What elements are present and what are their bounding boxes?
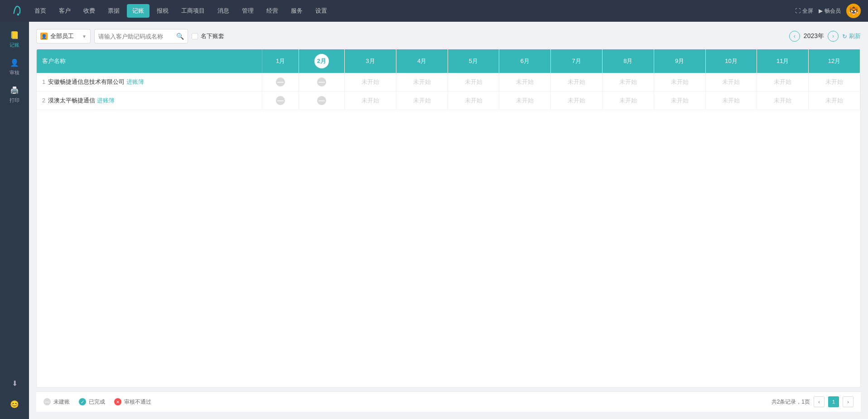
search-input[interactable] bbox=[98, 33, 174, 40]
month-cell-4: 未开始 bbox=[396, 92, 448, 110]
year-prev-button[interactable]: ‹ bbox=[789, 31, 800, 42]
status-not-started: 未开始 bbox=[671, 97, 689, 104]
th-month-10: 10月 bbox=[705, 49, 757, 73]
year-nav: ‹ 2023年 › bbox=[789, 31, 839, 42]
nav-home[interactable]: 首页 bbox=[29, 4, 52, 18]
month-cell-2: — bbox=[299, 73, 344, 92]
nav-message[interactable]: 消息 bbox=[212, 4, 235, 18]
legend-green-icon: ✓ bbox=[79, 398, 86, 405]
row-index: 2 bbox=[42, 97, 45, 104]
review-icon: 👤 bbox=[10, 58, 19, 67]
status-not-started: 未开始 bbox=[516, 97, 534, 104]
refresh-icon: ↻ bbox=[842, 33, 847, 40]
vip-icon: ▶ bbox=[819, 8, 823, 14]
legend-rejected: ✕ 审核不通过 bbox=[114, 398, 151, 406]
fullscreen-label: 全屏 bbox=[802, 7, 813, 15]
pagination: 共2条记录，1页 ‹ 1 › bbox=[772, 396, 854, 407]
table-header-row: 客户名称 1月 2月 3月 4月 5月 6月 7月 8月 9月 10月 11月 … bbox=[37, 49, 860, 73]
next-page-button[interactable]: › bbox=[843, 396, 854, 407]
sidebar-item-print[interactable]: 🖨️ 打印 bbox=[0, 81, 29, 108]
enter-ledger-link[interactable]: 进账簿 bbox=[97, 97, 115, 104]
status-not-started: 未开始 bbox=[568, 78, 585, 85]
status-not-started: 未开始 bbox=[362, 78, 379, 85]
nav-customer[interactable]: 客户 bbox=[53, 4, 76, 18]
nav-industry[interactable]: 工商项目 bbox=[176, 4, 210, 18]
employee-select[interactable]: 👤 全部员工 ▼ bbox=[36, 29, 91, 43]
vip-button[interactable]: ▶ 畅会员 bbox=[819, 7, 841, 15]
status-dash-icon: — bbox=[276, 96, 285, 105]
status-not-started: 未开始 bbox=[671, 78, 689, 85]
current-page-button[interactable]: 1 bbox=[828, 396, 839, 407]
client-cell: 1安徽畅捷通信息技术有限公司 进账簿 bbox=[37, 73, 262, 92]
legend-rejected-label: 审核不通过 bbox=[124, 398, 151, 406]
sidebar-print-label: 打印 bbox=[10, 97, 19, 104]
sidebar-bottom: ⬇ 😊 bbox=[6, 374, 23, 419]
download-icon: ⬇ bbox=[10, 378, 19, 388]
status-not-started: 未开始 bbox=[413, 97, 431, 104]
month-cell-1: — bbox=[262, 73, 299, 92]
table-body: 1安徽畅捷通信息技术有限公司 进账簿——未开始未开始未开始未开始未开始未开始未开… bbox=[37, 73, 860, 110]
vip-label: 畅会员 bbox=[825, 7, 841, 15]
content-area: 👤 全部员工 ▼ 🔍 名下账套 ‹ 2023年 › ↻ 刷新 bbox=[29, 22, 868, 419]
month-cell-2: — bbox=[299, 92, 344, 110]
legend-completed: ✓ 已完成 bbox=[79, 398, 105, 406]
status-not-started: 未开始 bbox=[722, 78, 740, 85]
nav-fee[interactable]: 收费 bbox=[78, 4, 101, 18]
legend-not-started-label: 未建账 bbox=[53, 398, 70, 406]
year-next-button[interactable]: › bbox=[828, 31, 839, 42]
month-cell-12: 未开始 bbox=[809, 92, 860, 110]
status-not-started: 未开始 bbox=[722, 97, 740, 104]
footer: — 未建账 ✓ 已完成 ✕ 审核不通过 共2条记录，1页 ‹ 1 › bbox=[36, 391, 861, 412]
month-cell-1: — bbox=[262, 92, 299, 110]
top-nav: 首页 客户 收费 票据 记账 报税 工商项目 消息 管理 经营 服务 设置 ⛶ … bbox=[0, 0, 868, 22]
nav-manage[interactable]: 管理 bbox=[236, 4, 259, 18]
th-month-11: 11月 bbox=[757, 49, 809, 73]
prev-page-button[interactable]: ‹ bbox=[814, 396, 825, 407]
nav-right: ⛶ 全屏 ▶ 畅会员 🐯 bbox=[795, 4, 861, 18]
fullscreen-button[interactable]: ⛶ 全屏 bbox=[795, 7, 813, 15]
month-cell-7: 未开始 bbox=[551, 92, 603, 110]
nav-accounting[interactable]: 记账 bbox=[127, 4, 149, 18]
status-not-started: 未开始 bbox=[568, 97, 585, 104]
month-cell-4: 未开始 bbox=[396, 73, 448, 92]
th-month-8: 8月 bbox=[603, 49, 654, 73]
month-cell-6: 未开始 bbox=[499, 73, 551, 92]
search-button[interactable]: 🔍 bbox=[176, 33, 184, 40]
nav-service[interactable]: 服务 bbox=[285, 4, 308, 18]
refresh-button[interactable]: ↻ 刷新 bbox=[842, 32, 861, 40]
status-not-started: 未开始 bbox=[362, 97, 379, 104]
search-wrap: 🔍 bbox=[94, 29, 188, 43]
employee-select-label: 全部员工 bbox=[50, 32, 79, 40]
sidebar: 📒 记账 👤 审核 🖨️ 打印 ⬇ 😊 bbox=[0, 22, 29, 419]
month-cell-11: 未开始 bbox=[757, 73, 809, 92]
nav-tax[interactable]: 报税 bbox=[151, 4, 174, 18]
sidebar-item-review[interactable]: 👤 审核 bbox=[0, 53, 29, 81]
status-dash-icon: — bbox=[317, 77, 326, 87]
user-avatar[interactable]: 🐯 bbox=[846, 4, 861, 18]
sidebar-item-user[interactable]: 😊 bbox=[6, 395, 23, 414]
nav-invoice[interactable]: 票据 bbox=[102, 4, 125, 18]
subordinate-checkbox[interactable] bbox=[192, 33, 198, 39]
sidebar-item-accounting[interactable]: 📒 记账 bbox=[0, 25, 29, 53]
nav-settings[interactable]: 设置 bbox=[310, 4, 333, 18]
month-cell-9: 未开始 bbox=[654, 73, 705, 92]
month-cell-5: 未开始 bbox=[448, 92, 499, 110]
subordinate-checkbox-wrap[interactable]: 名下账套 bbox=[192, 32, 224, 40]
status-not-started: 未开始 bbox=[465, 78, 482, 85]
table-row: 2漠澳太平畅捷通信 进账簿——未开始未开始未开始未开始未开始未开始未开始未开始未… bbox=[37, 92, 860, 110]
month-cell-10: 未开始 bbox=[705, 92, 757, 110]
status-not-started: 未开始 bbox=[774, 97, 791, 104]
legend-completed-label: 已完成 bbox=[89, 398, 105, 406]
enter-ledger-link[interactable]: 进账簿 bbox=[126, 78, 144, 85]
row-index: 1 bbox=[42, 78, 45, 85]
th-month-3: 3月 bbox=[345, 49, 396, 73]
legend-red-icon: ✕ bbox=[114, 398, 121, 405]
month-cell-6: 未开始 bbox=[499, 92, 551, 110]
month-cell-8: 未开始 bbox=[603, 92, 654, 110]
month-cell-5: 未开始 bbox=[448, 73, 499, 92]
nav-operation[interactable]: 经营 bbox=[261, 4, 284, 18]
sidebar-item-download[interactable]: ⬇ bbox=[6, 374, 23, 393]
month-cell-3: 未开始 bbox=[345, 92, 396, 110]
table-wrapper: 客户名称 1月 2月 3月 4月 5月 6月 7月 8月 9月 10月 11月 … bbox=[36, 49, 861, 388]
nav-items: 首页 客户 收费 票据 记账 报税 工商项目 消息 管理 经营 服务 设置 bbox=[29, 4, 795, 18]
